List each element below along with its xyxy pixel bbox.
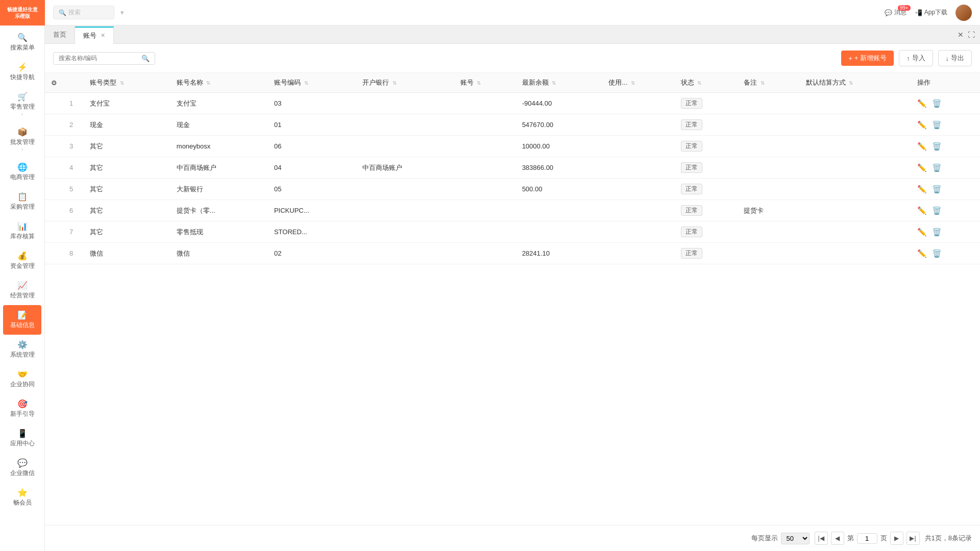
msg-badge: 99+ (898, 5, 911, 11)
export-button[interactable]: ↓ 导出 (938, 50, 972, 66)
edit-icon[interactable]: ✏️ (917, 185, 927, 194)
sidebar-item-new-guide[interactable]: 🎯 新手引导 (0, 394, 44, 423)
sidebar-item-label: 资金管理 (10, 262, 35, 270)
sidebar-item-enterprise-agreement[interactable]: 🤝 企业协同 (0, 364, 44, 394)
add-account-button[interactable]: + + 新增账号 (841, 51, 894, 66)
col-status[interactable]: 状态 ⇅ (675, 73, 738, 93)
row-latest-balance: 383866.00 (516, 157, 603, 179)
sidebar-item-label: 经营管理 (10, 291, 35, 300)
tab-fullscreen-btn[interactable]: ⛶ (968, 31, 975, 39)
operations-icon: 📈 (17, 281, 28, 290)
delete-icon[interactable]: 🗑️ (932, 249, 942, 258)
topbar-dropdown[interactable]: ▾ (120, 9, 124, 16)
status-badge: 正常 (681, 248, 702, 259)
delete-icon[interactable]: 🗑️ (932, 163, 942, 172)
col-default-settlement[interactable]: 默认结算方式 ⇅ (800, 73, 912, 93)
col-bank[interactable]: 开户银行 ⇅ (356, 73, 454, 93)
prev-page-btn[interactable]: ◀ (831, 532, 844, 545)
sidebar-item-ecommerce-mgmt[interactable]: 🌐 电商管理 (0, 157, 44, 187)
sidebar-item-purchase-mgmt[interactable]: 📋 采购管理 (0, 187, 44, 216)
topbar-msg[interactable]: 💬 消息 99+ (885, 8, 906, 17)
first-page-btn[interactable]: |◀ (815, 532, 828, 545)
search-submit-icon[interactable]: 🔍 (141, 55, 150, 62)
col-settings[interactable]: ⚙ (45, 73, 63, 93)
col-account-code[interactable]: 账号编码 ⇅ (268, 73, 357, 93)
edit-icon[interactable]: ✏️ (917, 163, 927, 172)
row-remark (738, 221, 799, 243)
row-account-no (454, 200, 516, 221)
row-settings (45, 221, 63, 243)
next-page-btn[interactable]: ▶ (890, 532, 903, 545)
action-icons: ✏️ 🗑️ (917, 228, 974, 237)
import-button[interactable]: ↑ 导入 (899, 50, 933, 66)
row-settings (45, 114, 63, 136)
inventory-icon: 📊 (17, 221, 28, 231)
sidebar-item-inventory[interactable]: 📊 库存核算 (0, 216, 44, 246)
page-input[interactable] (857, 533, 877, 544)
sidebar-item-basic-info[interactable]: 📝 基础信息 (3, 305, 41, 335)
sidebar-item-enterprise-wechat[interactable]: 💬 企业微信 (0, 453, 44, 483)
row-account-type: 微信 (84, 243, 170, 264)
tab-accounts-close[interactable]: ✕ (101, 32, 105, 39)
edit-icon[interactable]: ✏️ (917, 142, 927, 151)
action-icons: ✏️ 🗑️ (917, 185, 974, 194)
row-latest-balance: -90444.00 (516, 93, 603, 114)
sort-icon: ⇅ (552, 80, 556, 86)
row-remark (738, 157, 799, 179)
delete-icon[interactable]: 🗑️ (932, 228, 942, 237)
sidebar-item-system-mgmt[interactable]: ⚙️ 系统管理 (0, 335, 44, 364)
row-index: 1 (63, 93, 84, 114)
col-latest-balance[interactable]: 最新余额 ⇅ (516, 73, 603, 93)
last-page-btn[interactable]: ▶| (906, 532, 920, 545)
row-account-name: 中百商场账户 (170, 157, 268, 179)
delete-icon[interactable]: 🗑️ (932, 185, 942, 194)
edit-icon[interactable]: ✏️ (917, 120, 927, 130)
table-search-box[interactable]: 🔍 (53, 52, 155, 65)
sidebar-item-operations-mgmt[interactable]: 📈 经营管理 (0, 276, 44, 305)
col-account-no[interactable]: 账号 ⇅ (454, 73, 516, 93)
row-default-settlement (800, 221, 912, 243)
row-index: 3 (63, 136, 84, 157)
status-badge: 正常 (681, 205, 702, 216)
edit-icon[interactable]: ✏️ (917, 206, 927, 215)
tab-home[interactable]: 首页 (45, 26, 75, 43)
row-account-no (454, 179, 516, 200)
topbar-app-download[interactable]: 📲 App下载 (915, 8, 947, 17)
delete-icon[interactable]: 🗑️ (932, 206, 942, 215)
row-usage (602, 221, 674, 243)
sidebar-item-retail-mgmt[interactable]: 🛒 零售管理 › (0, 87, 44, 122)
edit-icon[interactable]: ✏️ (917, 228, 927, 237)
per-page-select[interactable]: 50 100 (781, 533, 810, 544)
row-latest-balance: 28241.10 (516, 243, 603, 264)
sidebar-item-search-orders[interactable]: 🔍 搜索菜单 (0, 28, 44, 57)
import-label: 导入 (912, 54, 925, 63)
row-bank (356, 221, 454, 243)
edit-icon[interactable]: ✏️ (917, 99, 927, 108)
delete-icon[interactable]: 🗑️ (932, 142, 942, 151)
topbar-search[interactable]: 🔍 搜索 (53, 6, 114, 19)
sidebar-item-wholesale-mgmt[interactable]: 📦 批发管理 › (0, 122, 44, 157)
row-account-type: 其它 (84, 179, 170, 200)
col-account-type[interactable]: 账号类型 ⇅ (84, 73, 170, 93)
tab-close-all-btn[interactable]: ✕ (958, 31, 964, 39)
sidebar-item-app-center[interactable]: 📱 应用中心 (0, 423, 44, 453)
sidebar-item-finance-mgmt[interactable]: 💰 资金管理 (0, 246, 44, 276)
sort-icon: ⇅ (849, 80, 853, 86)
row-index: 4 (63, 157, 84, 179)
col-remark[interactable]: 备注 ⇅ (738, 73, 799, 93)
table-search-input[interactable] (59, 55, 138, 62)
app-label: App下载 (924, 8, 947, 17)
table-container: ⚙ 账号类型 ⇅ 账号名称 ⇅ 账号编码 ⇅ 开户银行 ⇅ 账号 ⇅ 最新余额 … (45, 73, 980, 525)
delete-icon[interactable]: 🗑️ (932, 120, 942, 130)
edit-icon[interactable]: ✏️ (917, 249, 927, 258)
row-bank (356, 114, 454, 136)
tab-accounts[interactable]: 账号 ✕ (75, 27, 114, 44)
sidebar-item-vip-member[interactable]: ⭐ 畅会员 (0, 483, 44, 512)
delete-icon[interactable]: 🗑️ (932, 99, 942, 108)
col-account-name[interactable]: 账号名称 ⇅ (170, 73, 268, 93)
user-avatar[interactable] (955, 5, 972, 21)
sidebar-item-quick-nav[interactable]: ⚡ 快捷导航 (0, 57, 44, 87)
row-index: 7 (63, 221, 84, 243)
pagination: 每页显示 50 100 |◀ ◀ 第 页 ▶ ▶| 共1页，8条记录 (45, 525, 980, 551)
col-usage[interactable]: 使用... ⇅ (602, 73, 674, 93)
